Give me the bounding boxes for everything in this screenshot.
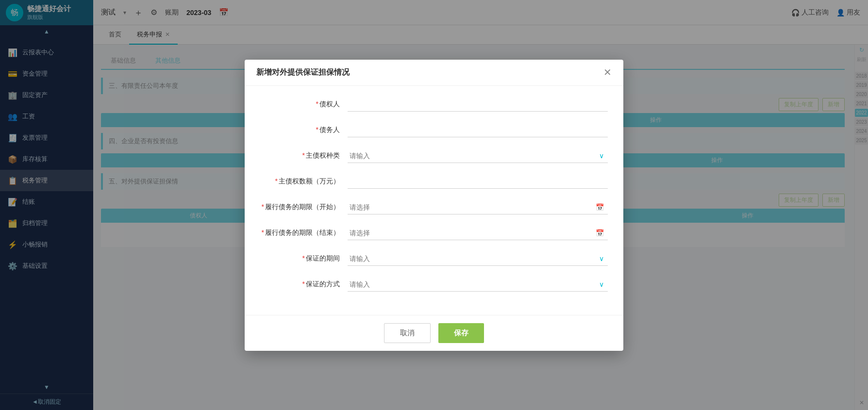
input-zhaiwuren[interactable] [348,123,608,137]
field-zhaiquanren: *债权人 [260,98,608,112]
modal-overlay: 新增对外提供保证担保情况 ✕ *债权人 [93,45,868,410]
field-lv-start: *履行债务的期限（开始） 📅 [260,200,608,214]
chevron-down-icon-type[interactable]: ∨ [595,152,608,160]
modal-title: 新增对外提供保证担保情况 [256,67,350,78]
field-lv-end: *履行债务的期限（结束） 📅 [260,226,608,240]
label-zhuzhaiquan-amount: *主债权数额（万元） [260,177,348,186]
input-zhuzhaiquan-amount[interactable] [348,175,608,189]
modal-body: *债权人 *债务人 [245,86,623,315]
field-baozheng-method: *保证的方式 ∨ [260,278,608,292]
label-zhuzhaiquan-type: *主债权种类 [260,151,348,160]
field-baozheng-period: *保证的期间 ∨ [260,252,608,266]
label-lv-start: *履行债务的期限（开始） [260,203,348,212]
input-zhaiquanren[interactable] [348,98,608,112]
modal-footer: 取消 保存 [245,315,623,351]
save-button[interactable]: 保存 [438,323,484,343]
chevron-down-icon-method[interactable]: ∨ [595,280,608,288]
modal-header: 新增对外提供保证担保情况 ✕ [245,60,623,86]
field-zhaiwuren: *债务人 [260,123,608,137]
date-lv-start-wrapper: 📅 [348,200,608,214]
select-zhuzhaiquan-type[interactable] [348,149,595,163]
label-baozheng-period-text: 保证的期间 [306,254,340,262]
label-zhuzhaiquan-amount-text: 主债权数额（万元） [279,177,340,185]
cancel-button[interactable]: 取消 [384,323,431,343]
label-lv-end-text: 履行债务的期限（结束） [265,229,340,236]
modal-dialog: 新增对外提供保证担保情况 ✕ *债权人 [245,60,623,351]
modal-close-btn[interactable]: ✕ [603,67,612,77]
label-zhaiwuren: *债务人 [260,126,348,134]
date-lv-end[interactable] [348,226,592,240]
select-baozheng-period-wrapper: ∨ [348,252,608,266]
label-baozheng-method: *保证的方式 [260,280,348,289]
label-zhaiwuren-text: 债务人 [319,126,340,133]
calendar-icon-start[interactable]: 📅 [592,203,608,211]
date-lv-start[interactable] [348,200,592,214]
label-lv-start-text: 履行债务的期限（开始） [265,203,340,211]
select-baozheng-period[interactable] [348,252,595,265]
app-container: 畅 畅捷通好会计 旗舰版 ▲ 📊 云报表中心 💳 资金管理 🏢 固定资产 👥 [0,0,868,410]
label-zhuzhaiquan-type-text: 主债权种类 [306,151,340,159]
label-baozheng-period: *保证的期间 [260,254,348,263]
calendar-icon-end[interactable]: 📅 [592,229,608,237]
field-zhuzhaiquan-type: *主债权种类 ∨ [260,149,608,163]
chevron-down-icon-period[interactable]: ∨ [595,255,608,262]
label-baozheng-method-text: 保证的方式 [306,280,340,288]
field-zhuzhaiquan-amount: *主债权数额（万元） [260,175,608,189]
date-lv-end-wrapper: 📅 [348,226,608,240]
label-zhaiquanren: *债权人 [260,100,348,109]
page-wrapper: ↻ 刷新 2018 2019 2020 2021 2022 2023 2024 … [93,45,868,410]
select-zhuzhaiquan-type-wrapper: ∨ [348,149,608,163]
select-baozheng-method-wrapper: ∨ [348,278,608,292]
select-baozheng-method[interactable] [348,278,595,291]
label-lv-end: *履行债务的期限（结束） [260,229,348,237]
label-zhaiquanren-text: 债权人 [319,100,340,108]
main-area: 测试 ▾ ＋ ⚙ 账期 2023-03 📅 🎧 人工咨询 👤 用友 首页 [93,0,868,410]
